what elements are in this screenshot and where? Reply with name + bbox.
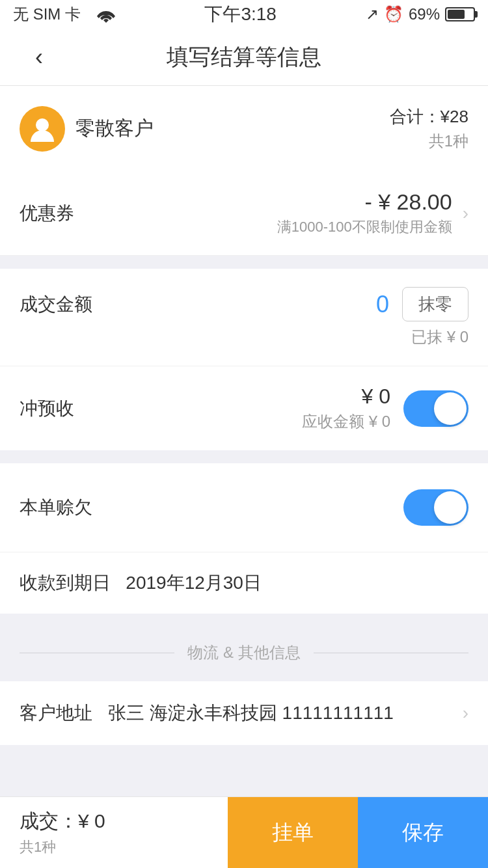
address-label: 客户地址 [20, 701, 92, 726]
bottom-deal-amount: ¥ 0 [78, 810, 105, 832]
bottom-count: 共1种 [20, 837, 208, 857]
coupon-right: - ¥ 28.00 满1000-100不限制使用金额 › [277, 189, 468, 237]
coupon-note: 满1000-100不限制使用金额 [277, 217, 452, 237]
hold-button[interactable]: 挂单 [228, 797, 358, 868]
logistics-label: 物流 & 其他信息 [187, 642, 300, 663]
status-bar: 无 SIM 卡 下午3:18 ↗ ⏰ 69% [0, 0, 488, 29]
save-button[interactable]: 保存 [358, 797, 488, 868]
avatar [20, 106, 65, 152]
total-amount: 合计：¥28 [390, 105, 468, 128]
divider-line-right [314, 653, 468, 653]
prereceive-sub: 应收金额 ¥ 0 [302, 411, 390, 432]
customer-left: 零散客户 [20, 106, 154, 152]
debt-toggle-knob [434, 491, 467, 524]
section-divider-2 [0, 450, 488, 463]
bottom-deal-label: 成交：¥ 0 [20, 808, 208, 835]
coupon-chevron-icon: › [463, 203, 468, 224]
transaction-sub: 已抹 ¥ 0 [20, 327, 468, 347]
duedate-row: 收款到期日 2019年12月30日 [0, 552, 488, 614]
coupon-label: 优惠券 [20, 201, 74, 226]
prereceive-toggle[interactable] [403, 390, 468, 427]
back-button[interactable]: ‹ [20, 38, 59, 77]
address-row[interactable]: 客户地址 张三 海淀永丰科技园 11111111111 › [0, 681, 488, 745]
battery-label: 69% [409, 5, 440, 23]
prereceive-amount: ¥ 0 [302, 385, 390, 409]
status-right: ↗ ⏰ 69% [366, 5, 475, 23]
section-divider-3 [0, 614, 488, 627]
bottom-info: 成交：¥ 0 共1种 [0, 797, 228, 868]
section-divider-1 [0, 256, 488, 269]
round-button[interactable]: 抹零 [402, 287, 468, 321]
debt-toggle[interactable] [403, 489, 468, 526]
prereceive-label: 冲预收 [20, 396, 74, 421]
svg-point-0 [36, 118, 49, 131]
status-time: 下午3:18 [204, 2, 277, 27]
customer-name: 零散客户 [75, 115, 154, 142]
page-title: 填写结算等信息 [167, 42, 321, 72]
battery-icon [445, 7, 475, 21]
transaction-row: 成交金额 0 抹零 已抹 ¥ 0 [0, 269, 488, 366]
prereceive-right: ¥ 0 应收金额 ¥ 0 [302, 385, 468, 432]
duedate-label: 收款到期日 2019年12月30日 [20, 573, 262, 593]
status-left: 无 SIM 卡 [13, 4, 115, 25]
sim-wifi-label: 无 SIM 卡 [13, 4, 115, 25]
prereceive-row: 冲预收 ¥ 0 应收金额 ¥ 0 [0, 366, 488, 450]
debt-row: 本单赊欠 [0, 463, 488, 552]
duedate-date: 2019年12月30日 [126, 573, 262, 593]
address-chevron-icon: › [463, 703, 468, 724]
customer-total: 合计：¥28 共1种 [390, 105, 468, 152]
coupon-row[interactable]: 优惠券 - ¥ 28.00 满1000-100不限制使用金额 › [0, 171, 488, 256]
debt-label: 本单赊欠 [20, 495, 92, 520]
coupon-amount: - ¥ 28.00 [277, 189, 452, 215]
customer-row: 零散客户 合计：¥28 共1种 [0, 86, 488, 171]
toggle-knob [434, 392, 467, 425]
alarm-icon: ⏰ [384, 5, 403, 23]
customer-section: 零散客户 合计：¥28 共1种 [0, 86, 488, 171]
total-count: 共1种 [390, 131, 468, 152]
bottom-bar: 成交：¥ 0 共1种 挂单 保存 [0, 796, 488, 868]
transaction-value: 0 [376, 291, 389, 318]
divider-line-left [20, 653, 174, 653]
address-value: 张三 海淀永丰科技园 11111111111 [108, 701, 463, 726]
location-icon: ↗ [366, 5, 379, 23]
nav-bar: ‹ 填写结算等信息 [0, 29, 488, 86]
logistics-divider: 物流 & 其他信息 [0, 627, 488, 679]
transaction-label: 成交金额 [20, 292, 92, 317]
